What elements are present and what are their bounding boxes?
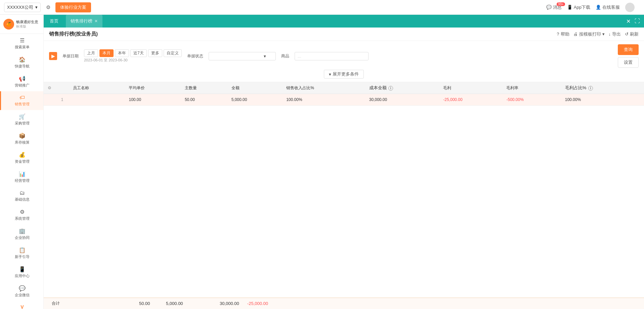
last7days-btn[interactable]: 近7天	[130, 49, 147, 57]
tab-bar: 首页 销售排行榜 ✕ ✕ ⛶	[44, 15, 644, 28]
online-service-label: 在线客服	[602, 4, 620, 10]
page-title: 销售排行榜(按业务员)	[49, 31, 98, 37]
row-amount: 5,000.00	[227, 94, 283, 106]
sidebar-label-wechat: 企业微信	[15, 293, 30, 298]
sidebar-label-search-order: 搜索菜单	[15, 45, 30, 50]
sidebar-label-system: 系统管理	[15, 216, 30, 221]
service-icon: 👤	[596, 5, 601, 10]
avatar[interactable]	[625, 3, 635, 12]
sidebar-label-sales: 销售管理	[15, 102, 30, 107]
sidebar-label-operations: 经营管理	[15, 178, 30, 183]
expand-more-button[interactable]: ▾ 展开更多条件	[324, 70, 364, 79]
query-button[interactable]: 查询	[618, 44, 639, 55]
status-filter-label: 单据状态	[187, 53, 203, 59]
goods-input[interactable]: ...	[295, 52, 369, 60]
top-bar: XXXXXX公司 ▾ ⚙ 体验行业方案 💬 消息 99+ 📱 App下载 👤 在…	[0, 0, 644, 15]
col-settings[interactable]: ⚙	[44, 82, 55, 94]
guide-icon: 📋	[19, 247, 26, 253]
custom-btn[interactable]: 自定义	[164, 49, 182, 57]
status-chevron-icon: ▾	[264, 54, 266, 59]
export-label: 导出	[612, 31, 621, 37]
date-range-text: 2023-06-01 至 2023-06-30	[84, 58, 182, 63]
message-button[interactable]: 💬 消息 99+	[546, 4, 562, 10]
sidebar-item-search-order[interactable]: ☰ 搜索菜单	[0, 34, 43, 53]
sidebar-label-inventory: 库存核算	[15, 140, 30, 145]
help-button[interactable]: ? 帮助	[557, 31, 569, 37]
row-profit-pct: 100.00%	[561, 94, 644, 106]
settings-button[interactable]: 设置	[618, 57, 639, 68]
footer-amount: 5,000.00	[162, 301, 189, 306]
date-filter-label: 单据日期	[62, 53, 79, 59]
filter-area: ▶ 单据日期 上月 本月 本年 近7天 更多 自定义 2023-06-01 至 …	[44, 41, 644, 82]
table-header: ⚙ 员工名称 平均单价 主数量 全额 销售收入占比% 成本全额 ℹ 毛利	[44, 82, 644, 94]
sidebar-item-wechat[interactable]: 💬 企业微信	[0, 282, 43, 301]
export-button[interactable]: ↓ 导出	[609, 31, 621, 37]
print-chevron-icon: ▾	[602, 32, 605, 37]
more-btn[interactable]: 更多	[148, 49, 162, 57]
sidebar-item-guide[interactable]: 📋 新手引导	[0, 244, 43, 263]
enterprise-icon: 🏢	[19, 228, 26, 234]
refresh-button[interactable]: ↺ 刷新	[625, 31, 639, 37]
main-layout: 🍊 畅康通好生意 标准版 ☰ 搜索菜单 🏠 快捷导航 📢 营销推广 🏷 销售管理…	[0, 15, 644, 309]
sidebar-item-enterprise[interactable]: 🏢 企业协同	[0, 224, 43, 244]
goods-filter-label: 商品	[281, 53, 289, 59]
sidebar-item-sales[interactable]: 🏷 销售管理	[0, 91, 43, 110]
this-month-btn[interactable]: 本月	[99, 49, 114, 57]
print-button[interactable]: 🖨 按模板打印 ▾	[573, 31, 605, 37]
print-icon: 🖨	[573, 32, 578, 37]
operations-icon: 📊	[19, 171, 26, 177]
apps-icon: 📱	[19, 266, 26, 272]
company-selector[interactable]: XXXXXX公司 ▾	[4, 3, 41, 12]
profit-pct-info-icon[interactable]: ℹ	[588, 86, 593, 91]
sidebar-item-marketing[interactable]: 📢 营销推广	[0, 72, 43, 91]
table-row: 1 100.00 50.00 5,000.00 100.00% 30,000.0…	[44, 94, 644, 106]
sidebar-label-enterprise: 企业协同	[15, 235, 30, 240]
company-settings-icon[interactable]: ⚙	[43, 3, 53, 12]
sidebar-item-vip[interactable]: V 畅会员	[0, 301, 43, 309]
status-select[interactable]: ▾	[209, 52, 276, 60]
page-header-actions: ? 帮助 🖨 按模板打印 ▾ ↓ 导出 ↺ 刷新	[557, 31, 639, 37]
online-service-button[interactable]: 👤 在线客服	[596, 4, 620, 10]
help-icon: ?	[557, 32, 559, 37]
export-icon: ↓	[609, 32, 611, 37]
sidebar-item-basic[interactable]: 🗂 基础信息	[0, 187, 43, 205]
prev-month-btn[interactable]: 上月	[84, 49, 98, 57]
basic-icon: 🗂	[19, 190, 25, 196]
tab-home[interactable]: 首页	[44, 15, 65, 28]
date-filter-group: 上月 本月 本年 近7天 更多 自定义 2023-06-01 至 2023-06…	[84, 49, 182, 63]
row-rank: 1	[55, 94, 69, 106]
tab-close-window-icon[interactable]: ✕	[625, 17, 632, 26]
sidebar-label-purchase: 采购管理	[15, 121, 30, 126]
sidebar-item-quick-nav[interactable]: 🏠 快捷导航	[0, 53, 43, 72]
marketing-icon: 📢	[19, 75, 26, 82]
message-badge: 99+	[557, 2, 565, 6]
table-body: 1 100.00 50.00 5,000.00 100.00% 30,000.0…	[44, 94, 644, 106]
sidebar-item-purchase[interactable]: 🛒 采购管理	[0, 110, 43, 129]
system-icon: ⚙	[20, 209, 25, 215]
col-profit-rate: 毛利率	[502, 82, 561, 94]
vip-icon: V	[20, 304, 24, 309]
top-bar-right: 💬 消息 99+ 📱 App下载 👤 在线客服	[546, 3, 640, 12]
col-name: 员工名称	[69, 82, 125, 94]
trial-button[interactable]: 体验行业方案	[55, 2, 91, 12]
refresh-icon: ↺	[625, 32, 629, 37]
app-download-button[interactable]: 📱 App下载	[567, 4, 590, 10]
filter-toggle-arrow[interactable]: ▶	[49, 52, 57, 60]
tab-close-icon[interactable]: ✕	[94, 19, 98, 23]
filter-buttons: 查询 设置	[618, 44, 639, 68]
refresh-label: 刷新	[630, 31, 639, 37]
sidebar-item-inventory[interactable]: 📦 库存核算	[0, 129, 43, 148]
logo-emoji: 🍊	[6, 22, 11, 27]
cost-info-icon[interactable]: ℹ	[388, 86, 393, 91]
sidebar-item-system[interactable]: ⚙ 系统管理	[0, 205, 43, 224]
row-cost: 30,000.00	[365, 94, 439, 106]
tab-sales-ranking[interactable]: 销售排行榜 ✕	[66, 15, 102, 28]
sidebar-item-apps[interactable]: 📱 应用中心	[0, 263, 43, 282]
sidebar-item-operations[interactable]: 📊 经营管理	[0, 167, 43, 187]
footer-qty: 50.00	[135, 301, 162, 306]
print-label: 按模板打印	[579, 31, 601, 37]
tab-restore-icon[interactable]: ⛶	[633, 17, 641, 25]
this-year-btn[interactable]: 本年	[115, 49, 129, 57]
sidebar-item-finance[interactable]: 💰 资金管理	[0, 148, 43, 167]
filter-row-1: ▶ 单据日期 上月 本月 本年 近7天 更多 自定义 2023-06-01 至 …	[49, 44, 639, 68]
